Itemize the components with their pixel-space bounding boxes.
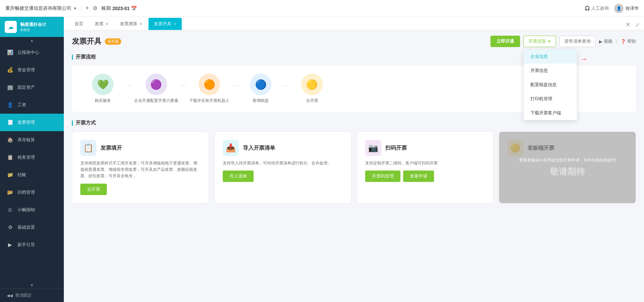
sidebar-scroll-down[interactable]: ▼ — [0, 282, 64, 289]
add-icon[interactable]: + — [85, 5, 89, 12]
invoice-settings-btn[interactable]: 开票设置 ▼ — [523, 36, 556, 47]
flow-step-2[interactable]: 🟠 下载并安装开票机器人 — [189, 74, 229, 104]
period-label: 账期 — [101, 5, 111, 11]
sidebar-items: 📊 云报表中心 💰 资金管理 🏢 固定资产 👤 工资 🧾 发票管理 🏠 库存核算… — [0, 44, 64, 282]
flow-step-0[interactable]: 💚 购买服务 — [83, 74, 123, 104]
settings-icon[interactable]: ⚙ — [93, 5, 97, 11]
tab-label: 首页 — [75, 21, 83, 27]
billing-card-icon: 📷 — [365, 140, 381, 156]
sidebar-label-new-guide: 新手引导 — [17, 242, 35, 248]
sidebar-icon-payroll: 👤 — [7, 102, 13, 108]
billing-card-btn-fill-invoice[interactable]: 去开票 — [80, 184, 107, 195]
divider-1 — [81, 5, 81, 12]
billing-card-header: 📥 导入开票清单 — [223, 140, 343, 156]
dropdown-item-下载开票客户端[interactable]: 下载开票客户端 — [524, 106, 577, 120]
sidebar-icon-archive-mgmt: 📂 — [7, 189, 13, 196]
help-btn[interactable]: ❓ 帮助 — [620, 38, 636, 44]
overlay-watermark: 敬请期待 — [550, 166, 585, 178]
billing-card-title: 扫码开票 — [385, 145, 407, 152]
tab-发票开具[interactable]: 发票开具✕ — [148, 18, 182, 30]
sidebar-item-fixed-assets[interactable]: 🏢 固定资产 — [0, 79, 64, 96]
dropdown-item-开票信息[interactable]: 开票信息 — [524, 64, 577, 78]
sidebar-bottom-action[interactable]: ◀◀ 取消固定 — [0, 289, 64, 302]
billing-card-btn-import-invoice[interactable]: 导入清单 — [223, 171, 254, 182]
immediate-open-btn[interactable]: 立即开通 — [490, 36, 520, 47]
sidebar-label-invoice-mgmt: 发票管理 — [17, 119, 35, 125]
tabs: 首页发票✕发票测算✕发票开具✕ — [69, 18, 182, 30]
tab-首页[interactable]: 首页 — [69, 18, 89, 30]
flow-step-3[interactable]: 🔵 新增税盘 — [241, 74, 281, 104]
billing-card-header: 📷 扫码开票 — [365, 140, 485, 156]
abnormal-query-btn[interactable]: 异常清单查询 — [559, 36, 596, 47]
sidebar-icon-fund-mgmt: 💰 — [7, 67, 13, 73]
sidebar-item-archive-mgmt[interactable]: 📂 归档管理 — [0, 184, 64, 201]
flow-step-label-0: 购买服务 — [95, 98, 111, 104]
user-info[interactable]: 👤 徐泽华 — [614, 4, 639, 13]
main-layout: ☁ 畅捷通好会计 旗舰版 ▲ 📊 云报表中心 💰 资金管理 🏢 固定资产 👤 工… — [0, 17, 644, 302]
status-badge: 待开通 — [105, 38, 121, 45]
billing-card-header: 📋 发票填开 — [80, 140, 201, 156]
close-tab-btn[interactable]: ✕ — [624, 21, 632, 29]
headphone-icon: 🎧 — [585, 6, 590, 11]
help-label: 帮助 — [627, 38, 636, 44]
billing-card-title: 发票填开 — [100, 145, 122, 152]
sidebar-icon-basic-settings: ⚙ — [7, 224, 13, 231]
dropdown-menu: 企业信息开票信息配置税盘信息打印机管理下载开票客户端 — [523, 49, 577, 120]
tab-label: 发票 — [95, 21, 103, 27]
flow-step-icon-4: 🟡 — [301, 74, 323, 95]
flow-step-1[interactable]: 🟣 企业开通配置开票六要素 — [134, 74, 178, 104]
tab-close-icon[interactable]: ✕ — [173, 22, 176, 26]
page-title-wrap: 发票开具 待开通 — [72, 36, 121, 46]
tab-发票测算[interactable]: 发票测算✕ — [115, 18, 148, 30]
sidebar-icon-xiaochang: © — [7, 206, 13, 213]
billing-card-icon: 📋 — [80, 140, 96, 156]
play-icon: ▶ — [599, 39, 602, 44]
sidebar-item-new-guide[interactable]: ▶ 新手引导 — [0, 236, 64, 254]
sidebar-icon-tax-mgmt: 📋 — [7, 154, 13, 161]
page-header: 发票开具 待开通 立即开通 开票设置 ▼ 企业信息开票信息配置税盘信 — [64, 30, 644, 51]
sidebar-icon-settlement: 📁 — [7, 172, 13, 178]
title-bar — [72, 54, 73, 60]
sidebar-item-inventory[interactable]: 🏠 库存核算 — [0, 131, 64, 149]
company-selector[interactable]: 重庆畅捷交通信息咨询有限公司 ▼ — [5, 5, 77, 11]
sidebar-label-tax-mgmt: 税务管理 — [17, 154, 35, 160]
sidebar-item-fund-mgmt[interactable]: 💰 资金管理 — [0, 61, 64, 79]
sidebar-item-settlement[interactable]: 📁 结账 — [0, 166, 64, 184]
user-name: 徐泽华 — [626, 5, 639, 11]
flow-step-4[interactable]: 🟡 去开票 — [292, 74, 332, 104]
sidebar-item-xiaochang[interactable]: © 小畅报销 — [0, 201, 64, 219]
support-btn[interactable]: 🎧 人工咨询 — [585, 5, 609, 11]
logo-text: 畅捷通好会计 — [20, 22, 46, 28]
tab-close-icon[interactable]: ✕ — [139, 22, 142, 26]
flow-step-icon-3: 🔵 — [250, 74, 271, 95]
dropdown-item-配置税盘信息[interactable]: 配置税盘信息 — [524, 78, 577, 92]
sidebar-item-payroll[interactable]: 👤 工资 — [0, 96, 64, 114]
logo-text-wrap: 畅捷通好会计 旗舰版 — [20, 22, 46, 32]
sidebar-item-cloud-report[interactable]: 📊 云报表中心 — [0, 44, 64, 61]
sidebar-label-xiaochang: 小畅报销 — [17, 207, 35, 213]
sidebar-item-tax-mgmt[interactable]: 📋 税务管理 — [0, 149, 64, 166]
billing-card-btn2-scan-invoice[interactable]: 查看申请 — [403, 171, 434, 182]
flow-step-label-2: 下载并安装开票机器人 — [189, 98, 229, 104]
billing-card-desc: 支持定制开票二维码，客户端可扫码开票 — [365, 160, 485, 166]
title-bar-2 — [72, 120, 73, 126]
sidebar-item-basic-settings[interactable]: ⚙ 基础设置 — [0, 219, 64, 236]
billing-card-actions: 开票码管理 查看申请 — [365, 171, 485, 182]
dropdown-item-打印机管理[interactable]: 打印机管理 — [524, 92, 577, 106]
billing-card-actions: 导入清单 — [223, 171, 343, 182]
sidebar-scroll-up[interactable]: ▲ — [0, 37, 64, 44]
billing-card-btn-scan-invoice[interactable]: 开票码管理 — [365, 171, 400, 182]
video-btn[interactable]: ▶ 视频 — [599, 38, 612, 44]
calendar-icon[interactable]: 📅 — [131, 6, 137, 11]
billing-card-fill-invoice: 📋 发票填开 支持按照发票样式手工填开发票；可开具增值税电子普通发票、增值税普通… — [72, 131, 209, 203]
billing-cards: 📋 发票填开 支持按照发票样式手工填开发票；可开具增值税电子普通发票、增值税普通… — [72, 131, 636, 203]
top-bar: 重庆畅捷交通信息咨询有限公司 ▼ + ⚙ 账期 2023-01 📅 🎧 人工咨询… — [0, 0, 644, 17]
sidebar-item-invoice-mgmt[interactable]: 🧾 发票管理 — [0, 114, 64, 131]
tab-发票[interactable]: 发票✕ — [89, 18, 114, 30]
tab-close-icon[interactable]: ✕ — [105, 22, 109, 26]
arrow-indicator: → — [581, 55, 587, 63]
tab-label: 发票开具 — [154, 21, 171, 27]
sidebar-label-payroll: 工资 — [17, 102, 26, 108]
expand-btn[interactable]: ⤢ — [633, 21, 641, 29]
dropdown-item-企业信息[interactable]: 企业信息 — [524, 49, 577, 64]
